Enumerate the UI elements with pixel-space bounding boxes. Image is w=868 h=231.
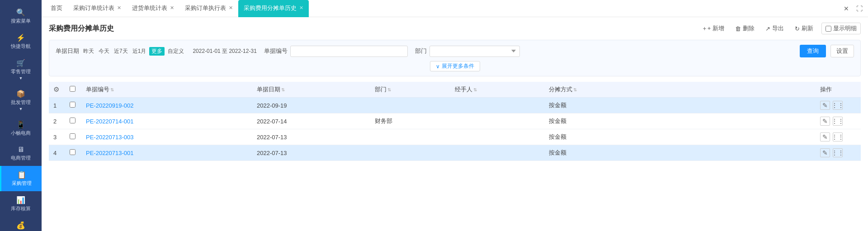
- row-method: 按金额: [544, 145, 816, 161]
- row-date: 2022-07-13: [252, 145, 370, 161]
- sidebar: 🔍 搜索菜单 ⚡ 快捷导航 🛒 零售管理 ▼ 📦 批发管理 ▼ 📱 小畅电商 🖥…: [0, 0, 42, 231]
- chevron-down-icon: ∨: [436, 63, 440, 70]
- sidebar-item-search[interactable]: 🔍 搜索菜单: [0, 4, 42, 29]
- chevron-down-icon: ▼: [19, 76, 23, 80]
- more-shortcut[interactable]: 更多: [149, 47, 165, 56]
- row-doc-no[interactable]: PE-20220713-001: [81, 145, 252, 161]
- more-icon[interactable]: ⋮⋮: [833, 132, 843, 141]
- wholesale-icon: 📦: [16, 90, 25, 98]
- tab-bar: 首页 采购订单统计表 ✕ 进货单统计表 ✕ 采购订单执行表 ✕ 采购费用分摊单历…: [42, 0, 868, 17]
- page-title: 采购费用分摊单历史: [49, 24, 114, 33]
- last7-shortcut[interactable]: 近7天: [113, 47, 129, 56]
- row-handler: [450, 98, 544, 113]
- dept-filter: 部门 财务部: [415, 46, 520, 57]
- main-content: 首页 采购订单统计表 ✕ 进货单统计表 ✕ 采购订单执行表 ✕ 采购费用分摊单历…: [42, 0, 868, 231]
- row-actions: ✎ ⋮⋮: [816, 145, 861, 161]
- refresh-button[interactable]: ↻ 刷新: [792, 23, 816, 34]
- add-icon: ＋: [702, 24, 708, 33]
- dept-select[interactable]: 财务部: [429, 46, 520, 57]
- tab-inbound-summary[interactable]: 进货单统计表 ✕: [127, 0, 179, 17]
- filter-area: 单据日期 昨天 今天 近7天 近1月 更多 自定义 2022-01-01 至 2…: [49, 40, 861, 76]
- sidebar-item-inventory[interactable]: 📊 库存核算: [0, 191, 42, 217]
- sidebar-item-shortcut[interactable]: ⚡ 快捷导航: [0, 29, 42, 54]
- row-checkbox[interactable]: [65, 113, 81, 129]
- more-icon[interactable]: ⋮⋮: [833, 117, 843, 126]
- row-doc-no[interactable]: PE-20220919-002: [81, 98, 252, 113]
- th-dept[interactable]: 部门 ⇅: [370, 82, 451, 98]
- row-checkbox[interactable]: [65, 145, 81, 161]
- more-icon[interactable]: ⋮⋮: [833, 148, 843, 157]
- tab-close-all-button[interactable]: ✕: [842, 4, 851, 13]
- edit-icon[interactable]: ✎: [820, 117, 830, 126]
- yesterday-shortcut[interactable]: 昨天: [82, 47, 95, 56]
- row-doc-no[interactable]: PE-20220714-001: [81, 113, 252, 129]
- sidebar-item-finance[interactable]: 💰 资金管理: [0, 217, 42, 231]
- export-button[interactable]: ↗ 导出: [763, 23, 787, 34]
- expand-more-row: ∨ 展开更多条件: [56, 61, 854, 71]
- more-icon[interactable]: ⋮⋮: [833, 101, 843, 110]
- dept-label: 部门: [415, 47, 427, 55]
- row-checkbox[interactable]: [65, 98, 81, 113]
- row-num: 1: [49, 98, 65, 113]
- select-all-checkbox[interactable]: [70, 86, 75, 92]
- header-actions: ＋ + 新增 🗑 删除 ↗ 导出 ↻ 刷新 显示明细: [699, 23, 861, 34]
- row-handler: [450, 113, 544, 129]
- tab-purchase-summary[interactable]: 采购订单统计表 ✕: [68, 0, 127, 17]
- sidebar-item-mini[interactable]: 📱 小畅电商: [0, 116, 42, 141]
- tab-close-purchase-exec[interactable]: ✕: [229, 5, 233, 11]
- edit-icon[interactable]: ✎: [820, 101, 830, 110]
- sidebar-item-ecommerce[interactable]: 🖥 电商管理: [0, 141, 42, 166]
- sidebar-item-purchase[interactable]: 📋 采购管理: [0, 166, 42, 191]
- sidebar-item-retail[interactable]: 🛒 零售管理 ▼: [0, 54, 42, 85]
- ecommerce-icon: 🖥: [17, 146, 24, 154]
- add-button[interactable]: ＋ + 新增: [699, 23, 727, 34]
- row-method: 按金额: [544, 98, 816, 113]
- data-table: ⚙ 单据编号 ⇅ 单据日期 ⇅: [49, 82, 861, 161]
- table-row: 2 PE-20220714-001 2022-07-14 财务部 按金额 ✎ ⋮…: [49, 113, 861, 129]
- gear-icon[interactable]: ⚙: [53, 85, 59, 93]
- doc-no-input[interactable]: [290, 46, 408, 57]
- show-cols-button[interactable]: 显示明细: [821, 23, 861, 34]
- date-range-display: 2022-01-01 至 2022-12-31: [193, 47, 256, 55]
- tab-purchase-fee-history[interactable]: 采购费用分摊单历史 ✕: [238, 0, 309, 17]
- date-filter: 单据日期 昨天 今天 近7天 近1月 更多 自定义: [56, 47, 185, 56]
- custom-shortcut[interactable]: 自定义: [166, 47, 185, 56]
- row-handler: [450, 129, 544, 145]
- th-doc-no[interactable]: 单据编号 ⇅: [81, 82, 252, 98]
- row-method: 按金额: [544, 129, 816, 145]
- delete-button[interactable]: 🗑 删除: [732, 23, 757, 34]
- expand-more-button[interactable]: ∨ 展开更多条件: [430, 61, 480, 71]
- th-handler[interactable]: 经手人 ⇅: [450, 82, 544, 98]
- row-date: 2022-07-13: [252, 129, 370, 145]
- edit-icon[interactable]: ✎: [820, 132, 830, 141]
- tab-purchase-exec[interactable]: 采购订单执行表 ✕: [179, 0, 238, 17]
- th-checkbox[interactable]: [65, 82, 81, 98]
- row-date: 2022-09-19: [252, 98, 370, 113]
- th-method[interactable]: 分摊方式 ⇅: [544, 82, 816, 98]
- table-row: 3 PE-20220713-003 2022-07-13 按金额 ✎ ⋮⋮: [49, 129, 861, 145]
- last1m-shortcut[interactable]: 近1月: [131, 47, 148, 56]
- sidebar-item-wholesale[interactable]: 📦 批发管理 ▼: [0, 85, 42, 116]
- date-label: 单据日期: [56, 47, 79, 55]
- row-method: 按金额: [544, 113, 816, 129]
- th-gear[interactable]: ⚙: [49, 82, 65, 98]
- row-checkbox[interactable]: [65, 129, 81, 145]
- row-doc-no[interactable]: PE-20220713-003: [81, 129, 252, 145]
- row-date: 2022-07-14: [252, 113, 370, 129]
- show-cols-checkbox[interactable]: [826, 26, 831, 32]
- inventory-icon: 📊: [16, 196, 25, 204]
- th-date[interactable]: 单据日期 ⇅: [252, 82, 370, 98]
- sort-icon: ⇅: [473, 87, 477, 92]
- tab-close-inbound-summary[interactable]: ✕: [170, 5, 174, 11]
- row-actions: ✎ ⋮⋮: [816, 129, 861, 145]
- tab-maximize-button[interactable]: ⛶: [854, 4, 864, 13]
- tab-close-purchase-fee-history[interactable]: ✕: [299, 5, 303, 11]
- tab-close-purchase-summary[interactable]: ✕: [117, 5, 121, 11]
- row-dept: [370, 145, 451, 161]
- edit-icon[interactable]: ✎: [820, 148, 830, 157]
- query-button[interactable]: 查询: [800, 45, 826, 57]
- tab-home[interactable]: 首页: [45, 0, 68, 17]
- today-shortcut[interactable]: 今天: [97, 47, 111, 56]
- mini-icon: 📱: [16, 120, 25, 129]
- filter-settings-button[interactable]: 设置: [830, 45, 854, 57]
